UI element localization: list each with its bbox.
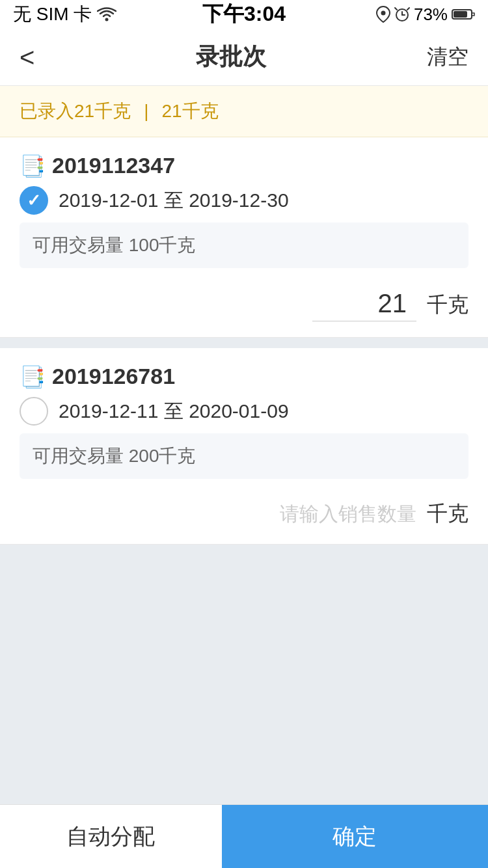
svg-rect-6 <box>454 11 467 18</box>
summary-recorded: 已录入21千克 <box>20 99 131 124</box>
status-carrier: 无 SIM 卡 <box>13 2 116 27</box>
batch-card-2: 📑 2019126781 2019-12-11 至 2020-01-09 可用交… <box>0 348 488 545</box>
alarm-icon <box>394 6 410 23</box>
input-row-2: 请输入销售数量 千克 <box>0 489 488 545</box>
batch-date-row-1: 2019-12-01 至 2019-12-30 <box>0 186 488 223</box>
batch-header-1: 📑 2019112347 <box>0 137 488 186</box>
batch-id-1: 2019112347 <box>52 153 175 178</box>
batch-header-2: 📑 2019126781 <box>0 348 488 397</box>
available-qty-1: 可用交易量 100千克 <box>20 223 468 268</box>
batch-checkbox-1[interactable] <box>20 186 48 215</box>
summary-total: 21千克 <box>161 99 218 124</box>
confirm-button[interactable]: 确定 <box>222 805 488 868</box>
status-time: 下午3:04 <box>202 0 286 29</box>
status-bar: 无 SIM 卡 下午3:04 73% <box>0 0 488 29</box>
qty-input-1[interactable] <box>312 289 416 321</box>
svg-point-1 <box>381 11 385 16</box>
batch-date-1: 2019-12-01 至 2019-12-30 <box>59 187 289 214</box>
section-divider <box>0 338 488 348</box>
carrier-text: 无 SIM 卡 <box>13 2 92 27</box>
summary-divider: | <box>144 101 148 122</box>
clear-button[interactable]: 清空 <box>427 43 468 72</box>
qty-placeholder-2: 请输入销售数量 <box>20 501 416 528</box>
batch-card-1: 📑 2019112347 2019-12-01 至 2019-12-30 可用交… <box>0 137 488 338</box>
main-content: 已录入21千克 | 21千克 📑 2019112347 2019-12-01 至… <box>0 86 488 868</box>
bottom-filler <box>0 545 488 805</box>
batch-doc-icon-2: 📑 <box>20 364 46 389</box>
back-button[interactable]: < <box>20 44 34 70</box>
page-title: 录批次 <box>196 41 266 73</box>
qty-unit-2: 千克 <box>427 500 468 528</box>
batch-date-2: 2019-12-11 至 2020-01-09 <box>59 398 289 425</box>
nav-bar: < 录批次 清空 <box>0 29 488 86</box>
qty-unit-1: 千克 <box>427 291 468 319</box>
available-qty-2: 可用交易量 200千克 <box>20 433 468 479</box>
auto-distribute-button[interactable]: 自动分配 <box>0 805 222 868</box>
wifi-icon <box>97 7 116 21</box>
svg-point-0 <box>105 18 109 21</box>
battery-text: 73% <box>414 5 448 25</box>
battery-icon <box>452 8 475 20</box>
batch-checkbox-2[interactable] <box>20 397 48 426</box>
summary-bar: 已录入21千克 | 21千克 <box>0 86 488 137</box>
batch-date-row-2: 2019-12-11 至 2020-01-09 <box>0 397 488 433</box>
location-icon <box>376 6 390 23</box>
batch-id-2: 2019126781 <box>52 364 175 389</box>
status-right: 73% <box>376 5 475 25</box>
input-row-1: 千克 <box>0 278 488 338</box>
bottom-buttons: 自动分配 确定 <box>0 804 488 868</box>
batch-doc-icon-1: 📑 <box>20 154 46 178</box>
